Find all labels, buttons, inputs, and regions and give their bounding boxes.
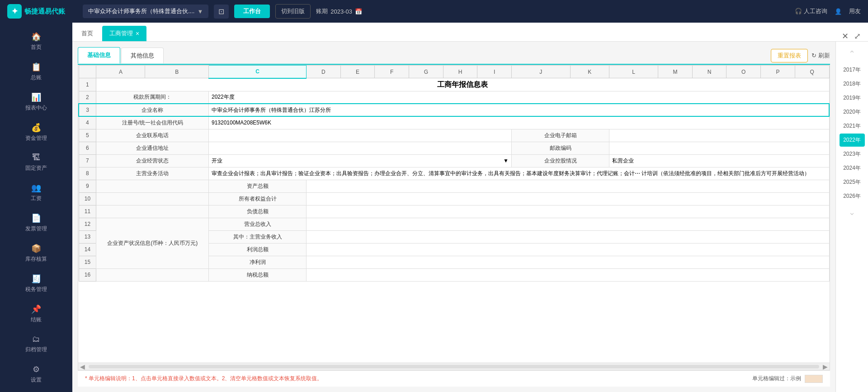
row6-address[interactable] (208, 142, 511, 154)
row6-zip[interactable] (609, 142, 829, 154)
salary-icon: 👥 (31, 183, 41, 193)
year-btn-2020[interactable]: 2020年 (840, 105, 865, 119)
fund-icon: 💰 (31, 123, 41, 133)
company-selector[interactable]: 中审众环会计师事务所（特殊普通合伙.... ▼ (83, 5, 208, 18)
row2-value[interactable]: 2022年度 (208, 91, 829, 104)
col-header-E: E (340, 66, 375, 78)
col-header-J: J (511, 66, 570, 78)
row7-control-value[interactable]: 私营企业 (609, 154, 829, 167)
row-num-10: 10 (79, 192, 96, 205)
row4-value[interactable]: 91320100MA208E5W6K (208, 116, 829, 129)
row10-value[interactable] (307, 192, 829, 205)
inventory-icon: 📦 (31, 244, 41, 253)
row8-value[interactable]: 审查企业会计报表；出具审计报告；验证企业资本；出具验资报告；办理企业合开、分立、… (208, 167, 829, 180)
row-num-12: 12 (79, 218, 96, 230)
col-header-D: D (307, 66, 341, 78)
year-btn-2021[interactable]: 2021年 (840, 120, 865, 133)
row9-value[interactable] (307, 180, 829, 192)
year-btn-2019[interactable]: 2019年 (840, 91, 865, 105)
sidebar-item-settings[interactable]: ⚙ 设置 (0, 359, 72, 389)
spreadsheet-container[interactable]: A B C D E F G H I J (78, 65, 830, 363)
scrollbar-track[interactable] (89, 365, 819, 368)
refresh-btn[interactable]: ↻ 刷新 (811, 52, 830, 60)
row16-value[interactable] (307, 268, 829, 281)
tab-close-btn[interactable]: × (136, 30, 139, 37)
fixed-assets-icon: 🏗 (32, 153, 40, 163)
sidebar-item-archive[interactable]: 🗂 归档管理 (0, 329, 72, 359)
sidebar-item-invoice[interactable]: 📄 发票管理 (0, 208, 72, 238)
row2-label: 税款所属期间： (96, 91, 209, 104)
sidebar-item-ledger[interactable]: 📋 总账 (0, 57, 72, 87)
row11-label (96, 205, 209, 218)
period-value: 2023-03 (330, 8, 352, 15)
col-header-K: K (570, 66, 609, 78)
year-btn-2023[interactable]: 2023年 (840, 148, 865, 161)
user-service-btn[interactable]: 🎧 人工咨询 (795, 7, 827, 15)
main-layout: 🏠 首页 📋 总账 📊 报表中心 💰 资金管理 🏗 固定资产 👥 工资 📄 发票… (0, 23, 868, 392)
row3-value[interactable]: 中审众环会计师事务所（特殊普通合伙）江苏分所 (208, 104, 829, 116)
expand-panel-btn[interactable]: ⤢ (854, 31, 861, 41)
sub-tab-other[interactable]: 其他信息 (121, 48, 164, 63)
year-btn-2025[interactable]: 2025年 (840, 176, 865, 189)
tab-bar: 首页 工商管理 × ✕ ⤢ (72, 23, 868, 42)
sidebar-item-inventory[interactable]: 📦 库存核算 (0, 238, 72, 268)
year-btn-2017[interactable]: 2017年 (840, 63, 865, 76)
reports-icon: 📊 (31, 92, 41, 102)
row12-sub-label: 营业总收入 (208, 218, 306, 230)
workbench-button[interactable]: 工作台 (234, 5, 270, 18)
main-panel: 基础信息 其他信息 重置报表 ↻ 刷新 (72, 42, 835, 392)
table-row: 16 纳税总额 (79, 268, 829, 281)
table-row: 1 工商年报信息表 (79, 78, 829, 91)
row13-value[interactable] (307, 230, 829, 243)
table-row: 12 企业资产状况信息(币种：人民币万元) 营业总收入 (79, 218, 829, 230)
refresh-label: 刷新 (818, 52, 830, 60)
scroll-right-btn[interactable]: ▶ (821, 363, 830, 370)
year-btn-2024[interactable]: 2024年 (840, 162, 865, 175)
row5-email[interactable] (609, 129, 829, 142)
col-header-F: F (375, 66, 409, 78)
reset-report-btn[interactable]: 重置报表 (771, 49, 808, 62)
horizontal-scrollbar[interactable]: ◀ ▶ (78, 363, 830, 370)
sidebar-item-fund[interactable]: 💰 资金管理 (0, 117, 72, 148)
table-row: 8 主营业务活动 审查企业会计报表；出具审计报告；验证企业资本；出具验资报告；办… (79, 167, 829, 180)
sidebar-item-tax[interactable]: 🧾 税务管理 (0, 268, 72, 299)
tab-gongshang[interactable]: 工商管理 × (102, 26, 146, 41)
row12-main-label: 企业资产状况信息(币种：人民币万元) (96, 218, 209, 268)
row14-value[interactable] (307, 243, 829, 256)
sidebar-item-newguide[interactable]: ▶ 新手引导 (0, 389, 72, 392)
company-dropdown-icon: ▼ (197, 8, 203, 15)
row-num-13: 13 (79, 230, 96, 243)
row9-sub-label: 资产总额 (208, 180, 306, 192)
row15-value[interactable] (307, 256, 829, 268)
sub-tab-basic[interactable]: 基础信息 (78, 47, 120, 64)
sidebar-item-home[interactable]: 🏠 首页 (0, 26, 72, 57)
row11-value[interactable] (307, 205, 829, 218)
year-scroll-down-btn[interactable]: ⌄ (847, 206, 857, 219)
row5-phone[interactable] (208, 129, 511, 142)
tax-icon: 🧾 (31, 274, 41, 284)
sidebar-item-salary[interactable]: 👥 工资 (0, 177, 72, 208)
calendar-icon[interactable]: 📅 (355, 8, 362, 15)
year-btn-2018[interactable]: 2018年 (840, 77, 865, 91)
year-btn-2026[interactable]: 2026年 (840, 190, 865, 203)
status-bar: * 单元格编辑说明：1、点击单元格直接录入数值或文本。2、清空单元格数值或文本恢… (78, 370, 830, 387)
row-num-1: 1 (79, 78, 96, 91)
year-scroll-up-btn[interactable]: ⌃ (847, 47, 857, 61)
old-version-button[interactable]: 切到旧版 (275, 4, 311, 19)
close-panel-btn[interactable]: ✕ (842, 31, 849, 41)
company-settings-button[interactable]: ⊡ (214, 5, 229, 19)
sidebar-item-reports[interactable]: 📊 报表中心 (0, 87, 72, 117)
row7-status[interactable]: 开业 ▼ (208, 154, 511, 167)
row12-value[interactable] (307, 218, 829, 230)
row9-label (96, 180, 209, 192)
table-row: 10 所有者权益合计 (79, 192, 829, 205)
sidebar-item-fixed-assets[interactable]: 🏗 固定资产 (0, 148, 72, 177)
row-num-15: 15 (79, 256, 96, 268)
tab-bar-right: ✕ ⤢ (835, 31, 868, 41)
year-btn-2022[interactable]: 2022年 (840, 134, 865, 147)
tab-home[interactable]: 首页 (72, 26, 102, 41)
user-name: 用友 (849, 7, 861, 15)
dropdown-arrow-icon: ▼ (503, 158, 509, 164)
scroll-left-btn[interactable]: ◀ (78, 363, 87, 370)
sidebar-item-closing[interactable]: 📌 结账 (0, 299, 72, 329)
